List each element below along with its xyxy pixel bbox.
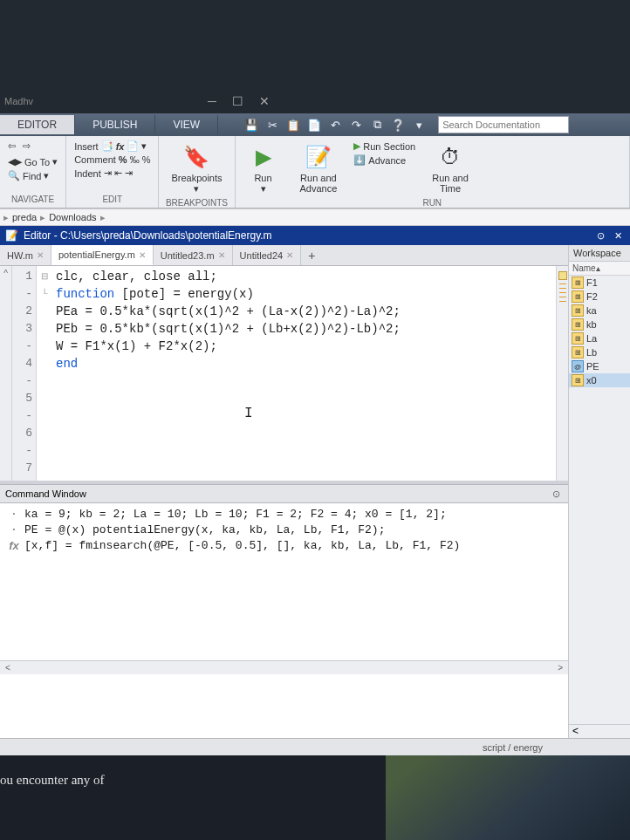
file-tabs: HW.m✕ potentialEnergy.m✕ Untitled23.m✕ U… — [0, 245, 568, 266]
background-dark-area: Madhv ─ ☐ ✕ — [0, 0, 630, 113]
redo-icon[interactable]: ↷ — [347, 117, 365, 133]
close-tab-icon[interactable]: ✕ — [37, 250, 44, 260]
matlab-window: EDITOR PUBLISH VIEW 💾 ✂ 📋 📄 ↶ ↷ ⧉ ❔ ▾ — [0, 113, 630, 755]
nav-fwd-icon[interactable]: ⇨ — [20, 140, 33, 153]
file-tab-untitled24[interactable]: Untitled24✕ — [233, 245, 302, 265]
line-number-gutter: 1 -23 -4 -5 -6 -7 — [12, 266, 37, 481]
group-label-edit: EDIT — [72, 193, 153, 204]
workspace-header[interactable]: Name ▴ — [569, 262, 630, 276]
find-button[interactable]: 🔍Find ▾ — [5, 169, 60, 182]
tab-publish[interactable]: PUBLISH — [75, 115, 155, 134]
code-editor[interactable]: ^ 1 -23 -4 -5 -6 -7 ⊟└ clc, clear, close… — [0, 266, 568, 481]
scroll-left-icon[interactable]: < — [2, 663, 14, 673]
run-advance-button[interactable]: 📝 Run and Advance — [293, 140, 345, 195]
insert-button[interactable]: Insert 📑 fx 📄 ▾ — [72, 140, 153, 153]
workspace-panel: Workspace Name ▴ ⊞F1 ⊞F2 ⊞ka ⊞kb ⊞La ⊞Lb… — [569, 245, 630, 738]
workspace-title: Workspace — [569, 245, 630, 262]
close-tab-icon[interactable]: ✕ — [286, 250, 293, 260]
indent-icon[interactable]: ⇥ — [104, 167, 112, 179]
dropdown-icon[interactable]: ▾ — [410, 117, 428, 133]
ribbon-breakpoints: 🔖 Breakpoints ▾ BREAKPOINTS — [159, 136, 235, 208]
toolstrip: EDITOR PUBLISH VIEW 💾 ✂ 📋 📄 ↶ ↷ ⧉ ❔ ▾ — [0, 113, 630, 208]
minimize-icon[interactable]: ─ — [208, 94, 216, 108]
cmd-line-1: ka = 9; kb = 2; La = 10; Lb = 10; F1 = 2… — [24, 507, 447, 522]
panel-close-icon[interactable]: ✕ — [611, 229, 625, 242]
crumb-preda[interactable]: preda — [9, 212, 40, 222]
status-bar: script / energy — [0, 738, 630, 755]
run-button[interactable]: ▶ Run▾ — [241, 140, 286, 196]
close-tab-icon[interactable]: ✕ — [139, 250, 146, 260]
run-time-button[interactable]: ⏱ Run and Time — [425, 140, 476, 195]
cmd-dock-icon[interactable]: ⊙ — [549, 487, 563, 501]
horiz-scrollbar[interactable]: < > — [0, 660, 568, 674]
comment-button[interactable]: Comment % ‰ % — [72, 154, 153, 166]
group-label-navigate: NAVIGATE — [5, 193, 60, 204]
breakpoints-icon: 🔖 — [181, 141, 212, 173]
quick-access: 💾 ✂ 📋 📄 ↶ ↷ ⧉ ❔ ▾ — [236, 117, 435, 133]
cmd-line-3: [x,f] = fminsearch(@PE, [-0.5, 0.5], [],… — [24, 538, 460, 554]
command-window-title: Command Window ⊙ — [0, 484, 568, 503]
ribbon-edit: Insert 📑 fx 📄 ▾ Comment % ‰ % Indent ⇥ ⇤… — [66, 136, 159, 208]
fx-prompt-icon[interactable]: fx — [3, 538, 24, 554]
ribbon: ⇦ ⇨ ◀▶Go To ▾ 🔍Find ▾ NAVIGATE Insert 📑 … — [0, 136, 630, 208]
os-titlebar-row: Madhv ─ ☐ ✕ — [0, 87, 630, 113]
search-input[interactable] — [438, 116, 569, 133]
var-La[interactable]: ⊞La — [569, 331, 630, 345]
file-tab-potentialenergy[interactable]: potentialEnergy.m✕ — [51, 245, 154, 265]
undo-icon[interactable]: ↶ — [326, 117, 344, 133]
var-PE[interactable]: @PE — [569, 359, 630, 373]
var-Lb[interactable]: ⊞Lb — [569, 345, 630, 359]
editor-title: Editor - C:\Users\preda\Downloads\potent… — [24, 229, 272, 242]
insert-section-icon[interactable]: 📑 — [101, 140, 113, 152]
insert-file-icon[interactable]: 📄 — [127, 140, 139, 152]
outdent-icon[interactable]: ⇤ — [114, 167, 122, 179]
file-tab-untitled23[interactable]: Untitled23.m✕ — [154, 245, 233, 265]
add-tab-button[interactable]: + — [301, 245, 322, 265]
file-tab-hw[interactable]: HW.m✕ — [0, 245, 51, 265]
tab-editor[interactable]: EDITOR — [0, 115, 75, 134]
switch-icon[interactable]: ⧉ — [368, 117, 386, 133]
main-split: HW.m✕ potentialEnergy.m✕ Untitled23.m✕ U… — [0, 245, 630, 738]
editor-panel: 📝 Editor - C:\Users\preda\Downloads\pote… — [0, 226, 630, 755]
editor-titlebar: 📝 Editor - C:\Users\preda\Downloads\pote… — [0, 226, 630, 245]
indent-button[interactable]: Indent ⇥ ⇤ ⇥ — [72, 167, 153, 180]
run-advance-icon: 📝 — [303, 141, 334, 173]
maximize-icon[interactable]: ☐ — [232, 94, 243, 108]
code-markers — [556, 266, 568, 481]
breakpoints-button[interactable]: 🔖 Breakpoints ▾ — [164, 140, 229, 196]
editor-logo-icon: 📝 — [5, 229, 18, 242]
advance-icon: ⬇️ — [353, 154, 366, 166]
ribbon-run: ▶ Run▾ 📝 Run and Advance ▶ Run Section ⬇… — [236, 136, 631, 208]
toolstrip-tabs: EDITOR PUBLISH VIEW 💾 ✂ 📋 📄 ↶ ↷ ⧉ ❔ ▾ — [0, 113, 630, 136]
var-x0[interactable]: ⊞x0 — [569, 373, 630, 387]
save-icon[interactable]: 💾 — [243, 117, 260, 133]
workspace-scrollbar[interactable]: < — [569, 724, 630, 738]
var-F2[interactable]: ⊞F2 — [569, 290, 630, 304]
paste-icon[interactable]: 📄 — [305, 117, 323, 133]
var-F1[interactable]: ⊞F1 — [569, 276, 630, 290]
run-section-button[interactable]: ▶ Run Section — [351, 140, 418, 153]
advance-button[interactable]: ⬇️ Advance — [351, 154, 418, 167]
cut-icon[interactable]: ✂ — [264, 117, 281, 133]
dock-icon[interactable]: ⊙ — [593, 229, 607, 242]
browser-tab-partial: Madhv — [4, 89, 33, 113]
bg-doc-text-1: ou encounter any of — [0, 773, 105, 788]
crumb-downloads[interactable]: Downloads — [45, 212, 99, 222]
command-window[interactable]: ·ka = 9; kb = 2; La = 10; Lb = 10; F1 = … — [0, 503, 568, 660]
var-ka[interactable]: ⊞ka — [569, 304, 630, 318]
copy-icon[interactable]: 📋 — [284, 117, 302, 133]
fold-column[interactable]: ⊟└ — [37, 266, 52, 481]
scroll-right-icon[interactable]: > — [554, 663, 566, 673]
help-icon[interactable]: ❔ — [389, 117, 407, 133]
group-label-run: RUN — [241, 196, 625, 208]
run-icon: ▶ — [248, 141, 279, 173]
window-controls-partial: ─ ☐ ✕ — [208, 94, 270, 113]
text-cursor: I — [244, 406, 253, 421]
goto-button[interactable]: ◀▶Go To ▾ — [5, 155, 60, 168]
close-icon[interactable]: ✕ — [259, 94, 270, 108]
var-kb[interactable]: ⊞kb — [569, 318, 630, 331]
close-tab-icon[interactable]: ✕ — [218, 250, 225, 260]
tab-view[interactable]: VIEW — [155, 115, 218, 134]
nav-back-icon[interactable]: ⇦ — [5, 140, 18, 153]
code-text[interactable]: clc, clear, close all; function [pote] =… — [52, 266, 556, 481]
